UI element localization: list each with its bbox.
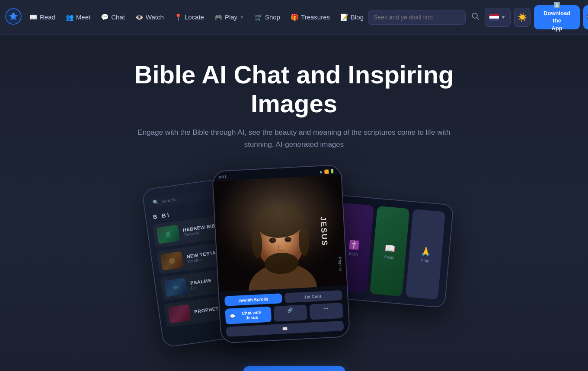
svg-point-1 (472, 13, 477, 18)
phone-mockup-container: 🔍 Search... B B l HEBREW BIBLE Genesis (138, 163, 450, 345)
theme-toggle-button[interactable]: ☀️ (514, 8, 530, 27)
svg-line-2 (477, 18, 479, 20)
watch-icon: 👁️ (135, 13, 144, 21)
phone-controls: Jewish Scrolls 1st Cent. 💬Chat with Jesu… (219, 285, 349, 341)
nav-blog[interactable]: 📝 Blog (336, 10, 368, 25)
chevron-down-icon: ▼ (501, 14, 506, 20)
bible-row-label-4: PROPHETS (194, 305, 223, 314)
nav-links: 📖 Read 👥 Meet 💬 Chat 👁️ Watch 📍 Locate 🎮… (25, 10, 368, 25)
play-icon: 🎮 (214, 13, 223, 21)
extra-nav-button[interactable]: 💬 (583, 5, 588, 29)
bible-thumb-3 (164, 278, 188, 297)
phone-card-4: 🙏 Pray (406, 209, 445, 300)
shop-icon: 🛒 (255, 13, 263, 21)
nav-read[interactable]: 📖 Read (25, 10, 60, 25)
hero-section: Bible AI Chat and Inspiring Images Engag… (0, 35, 588, 371)
hero-title: Bible AI Chat and Inspiring Images (99, 60, 489, 118)
bible-thumb-4 (167, 304, 191, 323)
download-app-button[interactable]: ⬇️ Download the App (534, 5, 580, 29)
jesus-portrait: Jesus Prophet (213, 174, 347, 292)
chat-with-jesus-btn: Chat with Jesus (236, 310, 267, 321)
blog-icon: 📝 (340, 13, 348, 21)
navbar: 📖 Read 👥 Meet 💬 Chat 👁️ Watch 📍 Locate 🎮… (0, 0, 588, 35)
search-box (368, 10, 466, 25)
bible-thumb-2 (160, 251, 184, 270)
locate-icon: 📍 (174, 13, 182, 21)
read-icon: 📖 (29, 13, 38, 21)
hero-download-button[interactable]: Download the app (243, 366, 345, 371)
language-selector[interactable]: ▼ (485, 8, 511, 27)
phone-main-mockup: 9:41 ▶ 📶 🔋 (212, 164, 351, 343)
more-btn: ••• (309, 303, 343, 320)
download-icon: ⬇️ (553, 2, 560, 9)
nav-meet[interactable]: 👥 Meet (61, 10, 95, 25)
flag-icon (489, 14, 499, 21)
meet-icon: 👥 (66, 13, 74, 21)
share-btn: 🔗 (273, 304, 307, 322)
search-input[interactable] (374, 14, 460, 21)
svg-point-3 (169, 257, 176, 264)
nav-treasures[interactable]: 🎁 Treasures (286, 10, 334, 25)
sun-icon: ☀️ (518, 13, 527, 22)
treasures-icon: 🎁 (291, 13, 299, 21)
nav-locate[interactable]: 📍 Locate (170, 10, 208, 25)
hero-subtitle: Engage with the Bible through AI, see th… (130, 127, 458, 150)
nav-play[interactable]: 🎮 Play ▼ (210, 10, 249, 25)
jewish-scrolls-btn: Jewish Scrolls (224, 293, 282, 306)
logo[interactable] (5, 8, 22, 26)
search-button[interactable] (469, 10, 481, 24)
chat-icon: 💬 (101, 13, 109, 21)
nav-shop[interactable]: 🛒 Shop (250, 10, 284, 25)
phone-card-3: 📖 Study (370, 206, 409, 296)
search-area: ▼ ☀️ ⬇️ Download the App 💬 (368, 5, 588, 29)
jesus-name-label: Jesus (319, 216, 329, 246)
bible-thumb-1 (157, 225, 180, 244)
nav-chat[interactable]: 💬 Chat (96, 10, 129, 25)
nav-watch[interactable]: 👁️ Watch (131, 10, 168, 25)
1st-cent-btn: 1st Cent. (284, 290, 342, 303)
